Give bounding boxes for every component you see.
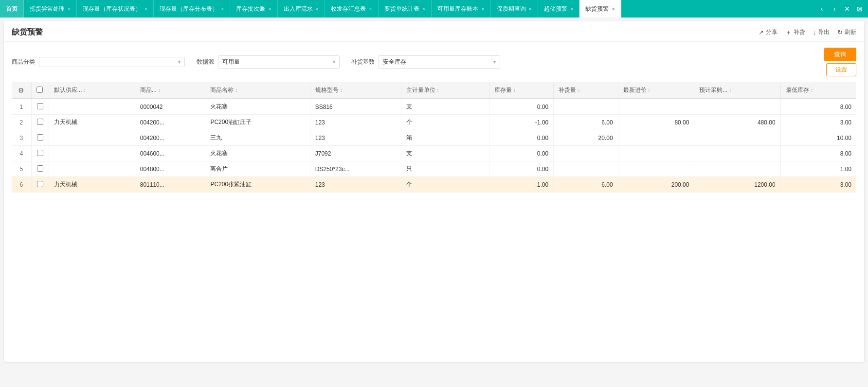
- tab-order-stats-close[interactable]: ×: [422, 6, 425, 12]
- row-unit: 箱: [401, 130, 489, 146]
- table-row: 4 004600... 火花塞 J7092 支 0.00 8.00: [12, 146, 856, 161]
- row-unit: 支: [401, 99, 489, 115]
- col-stock-sort-icon[interactable]: ↕: [513, 88, 516, 93]
- row-checkbox[interactable]: [37, 181, 43, 187]
- row-min-stock: 3.00: [780, 115, 856, 130]
- query-button[interactable]: 查询: [824, 48, 856, 61]
- header-actions: ↗ 分享 ＋ 补货 ↓ 导出 ↻ 刷新: [759, 28, 857, 37]
- datasource-filter-group: 数据源 可用量 ▾: [197, 55, 340, 69]
- row-checkbox[interactable]: [37, 134, 43, 141]
- tab-collect-summary-close[interactable]: ×: [369, 6, 372, 12]
- row-supplier: 力天机械: [49, 115, 135, 130]
- export-button[interactable]: ↓ 导出: [813, 28, 830, 36]
- col-min-stock-sort-icon[interactable]: ↕: [811, 88, 813, 93]
- tab-collect-summary[interactable]: 收发存汇总表 ×: [325, 0, 378, 18]
- row-unit: 个: [401, 177, 489, 193]
- col-supplier: 默认供应... ↕: [49, 82, 135, 99]
- tab-home[interactable]: 首页: [0, 0, 24, 18]
- row-supplier: 力天机械: [49, 177, 135, 193]
- tab-expiry-query-close[interactable]: ×: [529, 6, 532, 12]
- replenish-button[interactable]: ＋ 补货: [785, 28, 805, 37]
- row-spec: 123: [310, 177, 401, 193]
- col-est-purchase: 预计采购... ↕: [694, 82, 780, 99]
- tab-stockout-close[interactable]: ×: [612, 6, 615, 12]
- refresh-button[interactable]: ↻ 刷新: [837, 28, 856, 36]
- row-num-cell: 6: [12, 177, 31, 193]
- row-num-cell: 2: [12, 115, 31, 130]
- category-select[interactable]: ▾: [39, 57, 185, 67]
- select-all-checkbox[interactable]: [36, 87, 43, 93]
- row-checkbox[interactable]: [37, 150, 43, 156]
- tab-collect-summary-label: 收发存汇总表: [331, 5, 366, 13]
- col-spec-label: 规格型号: [315, 86, 339, 94]
- tab-batch-account[interactable]: 库存批次账 ×: [230, 0, 277, 18]
- tab-available-ledger-close[interactable]: ×: [481, 6, 484, 12]
- row-replenish-qty: [554, 161, 618, 177]
- nav-next-button[interactable]: ›: [828, 2, 841, 15]
- datasource-select-value: 可用量: [222, 58, 331, 66]
- nav-prev-button[interactable]: ‹: [815, 2, 828, 15]
- share-icon: ↗: [759, 29, 764, 36]
- col-replenish-qty-sort-icon[interactable]: ↕: [578, 88, 580, 93]
- tab-inventory-status-close[interactable]: ×: [144, 6, 147, 12]
- col-latest-price-sort-icon[interactable]: ↕: [648, 88, 651, 93]
- tab-stockout-label: 缺货预警: [585, 5, 609, 13]
- tab-batch-account-close[interactable]: ×: [268, 6, 271, 12]
- col-latest-price: 最新进价 ↕: [618, 82, 694, 99]
- row-checkbox[interactable]: [37, 103, 43, 109]
- table-row: 1 0000042 火花塞 SS816 支 0.00 8.00: [12, 99, 856, 115]
- row-num-cell: 5: [12, 161, 31, 177]
- row-checkbox-cell: [31, 146, 49, 161]
- table-header-row: ⚙ 默认供应... ↕ 商品...: [12, 82, 856, 99]
- row-est-purchase: [694, 146, 780, 161]
- tab-inout-flow[interactable]: 出入库流水 ×: [278, 0, 325, 18]
- table-gear-icon[interactable]: ⚙: [18, 87, 24, 94]
- tab-available-ledger[interactable]: 可用量库存账本 ×: [432, 0, 490, 18]
- row-checkbox[interactable]: [37, 119, 43, 125]
- col-spec-sort-icon[interactable]: ↕: [340, 88, 343, 93]
- col-unit-label: 主计量单位: [406, 86, 435, 94]
- tab-order-stats[interactable]: 要货单统计表 ×: [379, 0, 432, 18]
- tab-inout-flow-close[interactable]: ×: [316, 6, 319, 12]
- row-goods-code: 004200...: [135, 115, 205, 130]
- tab-inventory-dist-close[interactable]: ×: [221, 6, 224, 12]
- tab-exception[interactable]: 拣货异常处理 ×: [24, 0, 77, 18]
- settings-button[interactable]: 设置: [826, 63, 856, 76]
- datasource-select[interactable]: 可用量 ▾: [218, 55, 340, 69]
- nav-close-other-button[interactable]: ✕: [841, 2, 853, 15]
- col-goods-code-sort-icon[interactable]: ↕: [158, 88, 161, 93]
- row-replenish-qty: [554, 146, 618, 161]
- nav-close-all-button[interactable]: ⊠: [853, 2, 866, 15]
- row-spec: 123: [310, 115, 401, 130]
- category-label: 商品分类: [12, 58, 35, 66]
- tab-order-stats-label: 要货单统计表: [384, 5, 419, 13]
- tab-overstock[interactable]: 超储预警 ×: [538, 0, 579, 18]
- page-header: 缺货预警 ↗ 分享 ＋ 补货 ↓ 导出 ↻ 刷新: [4, 21, 864, 42]
- col-est-purchase-label: 预计采购...: [699, 86, 727, 94]
- tab-overstock-close[interactable]: ×: [570, 6, 573, 12]
- row-goods-name: 火花塞: [205, 146, 310, 161]
- row-goods-code: 004600...: [135, 146, 205, 161]
- export-label: 导出: [818, 28, 830, 36]
- tab-inventory-dist[interactable]: 现存量（库存分布表） ×: [154, 0, 230, 18]
- col-supplier-sort-icon[interactable]: ↕: [84, 88, 86, 93]
- row-unit: 只: [401, 161, 489, 177]
- share-button[interactable]: ↗ 分享: [759, 28, 778, 36]
- col-unit-sort-icon[interactable]: ↕: [437, 88, 439, 93]
- row-number: 1: [19, 104, 23, 110]
- tab-stockout[interactable]: 缺货预警 ×: [579, 0, 621, 18]
- col-est-purchase-sort-icon[interactable]: ↕: [729, 88, 731, 93]
- col-latest-price-label: 最新进价: [623, 86, 647, 94]
- tab-inventory-status[interactable]: 现存量（库存状况表） ×: [77, 0, 153, 18]
- row-checkbox[interactable]: [37, 165, 43, 172]
- row-number: 5: [19, 166, 23, 173]
- col-stock-label: 库存量: [494, 86, 512, 94]
- col-goods-name-sort-icon[interactable]: ↕: [235, 88, 237, 93]
- row-supplier: [49, 161, 135, 177]
- row-spec: 123: [310, 130, 401, 146]
- tab-expiry-query[interactable]: 保质期查询 ×: [491, 0, 538, 18]
- replenish-base-select[interactable]: 安全库存 ▾: [379, 55, 500, 69]
- row-checkbox-cell: [31, 115, 49, 130]
- table-row: 3 004200... 三九 123 箱 0.00 20.00 10.00: [12, 130, 856, 146]
- tab-exception-close[interactable]: ×: [68, 6, 71, 12]
